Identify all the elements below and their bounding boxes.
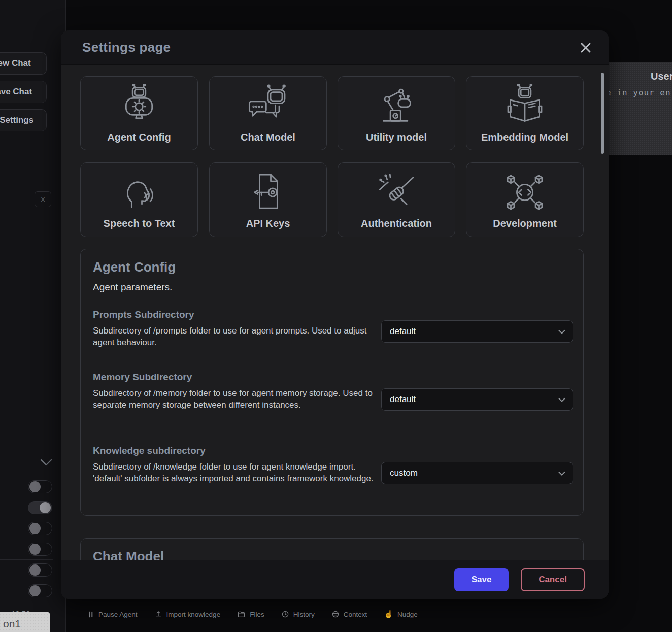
nav-card-embedding-model[interactable]: Embedding Model <box>466 76 584 150</box>
settings-label: Settings <box>0 115 33 125</box>
select-value: custom <box>390 468 418 478</box>
save-chat-label: Save Chat <box>0 87 32 97</box>
sidebar: New Chat Save Chat ⚙ Settings X 13:58 <box>0 0 66 632</box>
section-title: Agent Config <box>93 259 176 275</box>
divider <box>0 188 31 188</box>
toggle-knob <box>29 564 41 576</box>
chevron-down-icon <box>558 397 565 402</box>
field-label: Knowledge subdirectory <box>93 445 206 456</box>
divider <box>0 518 53 518</box>
context-icon <box>331 610 340 618</box>
toggle-switch[interactable] <box>28 584 52 597</box>
bottom-toolbar: Pause Agent Import knowledge Files Histo… <box>66 605 672 623</box>
app-screen: New Chat Save Chat ⚙ Settings X 13:58 Us… <box>0 0 672 632</box>
modal-title: Settings page <box>82 40 171 55</box>
robot-arm-icon <box>374 84 419 128</box>
divider <box>0 497 53 497</box>
message-text: e in your en <box>606 88 671 97</box>
divider <box>0 559 53 560</box>
scrollbar-thumb[interactable] <box>601 73 604 154</box>
toolbar-label: Import knowledge <box>166 611 221 618</box>
nav-card-development[interactable]: Development <box>466 162 584 237</box>
robot-chat-icon <box>246 84 290 128</box>
toggle-knob <box>29 585 41 596</box>
divider <box>0 581 53 581</box>
nav-card-label: Speech to Text <box>104 218 175 229</box>
save-chat-button[interactable]: Save Chat <box>0 81 47 103</box>
document-key-icon <box>246 170 290 215</box>
import-knowledge-button[interactable]: Import knowledge <box>154 610 221 618</box>
folder-icon <box>237 610 246 618</box>
section-title: Chat Model <box>93 549 164 560</box>
chevron-down-icon[interactable] <box>40 459 52 467</box>
knowledge-subdirectory-select[interactable]: custom <box>381 462 573 484</box>
new-chat-label: New Chat <box>0 58 31 69</box>
upload-icon <box>154 610 162 618</box>
pause-agent-button[interactable]: Pause Agent <box>87 611 138 618</box>
nav-card-agent-config[interactable]: Agent Config <box>80 76 198 150</box>
toolbar-label: Pause Agent <box>98 611 138 618</box>
field-label: Memory Subdirectory <box>93 372 192 383</box>
prompts-subdirectory-select[interactable]: default <box>381 320 573 343</box>
nav-card-api-keys[interactable]: API Keys <box>209 162 327 237</box>
nudge-button[interactable]: ☝ Nudge <box>384 610 418 619</box>
nav-card-authentication[interactable]: Authentication <box>338 162 455 237</box>
field-description: Subdirectory of /memory folder to use fo… <box>93 387 376 411</box>
modal-body: Agent Config Chat Model <box>61 65 609 560</box>
save-button[interactable]: Save <box>454 568 509 591</box>
nav-card-label: Agent Config <box>107 131 171 143</box>
toggle-switch[interactable] <box>28 543 52 556</box>
toggle-knob <box>29 481 41 492</box>
nav-card-label: Development <box>493 218 557 229</box>
nav-card-label: Authentication <box>361 218 432 229</box>
nav-card-label: Utility model <box>366 131 427 143</box>
field-description: Subdirectory of /prompts folder to use f… <box>93 325 376 348</box>
toggle-switch[interactable] <box>28 522 52 535</box>
nav-card-label: Chat Model <box>241 131 295 143</box>
field-description: Subdirectory of /knowledge folder to use… <box>93 461 376 484</box>
code-hub-icon <box>502 170 547 215</box>
clock-icon <box>281 610 289 618</box>
toggle-knob <box>29 544 41 555</box>
nav-card-chat-model[interactable]: Chat Model <box>209 76 327 150</box>
history-button[interactable]: History <box>281 610 315 618</box>
nav-card-speech-to-text[interactable]: Speech to Text <box>80 162 198 237</box>
message-author: User <box>651 71 672 82</box>
new-chat-button[interactable]: New Chat <box>0 52 47 75</box>
close-icon[interactable] <box>578 40 593 55</box>
toggle-switch[interactable] <box>28 480 52 493</box>
modal-header: Settings page <box>61 30 609 65</box>
face-speaking-icon <box>117 170 161 215</box>
robot-gear-icon <box>117 84 161 128</box>
robot-book-icon <box>502 84 547 128</box>
tooltip: on1 <box>0 612 50 632</box>
nav-card-label: API Keys <box>246 218 290 229</box>
settings-button[interactable]: ⚙ Settings <box>0 109 47 131</box>
toggle-switch[interactable] <box>28 563 52 577</box>
files-button[interactable]: Files <box>237 610 264 618</box>
context-button[interactable]: Context <box>331 610 367 618</box>
divider <box>0 539 53 539</box>
toolbar-label: Nudge <box>397 611 418 618</box>
toolbar-label: Files <box>250 611 264 618</box>
select-value: default <box>390 326 416 337</box>
pause-icon <box>87 611 94 618</box>
memory-subdirectory-select[interactable]: default <box>381 388 573 411</box>
cancel-button[interactable]: Cancel <box>521 568 585 591</box>
select-value: default <box>390 394 416 405</box>
settings-modal: Settings page Agent Config <box>61 30 609 599</box>
toggle-knob <box>29 523 41 534</box>
nav-card-utility-model[interactable]: Utility model <box>338 76 455 150</box>
handshake-icon <box>374 170 419 215</box>
toggle-switch[interactable] <box>28 501 52 514</box>
close-panel-button[interactable]: X <box>35 191 51 207</box>
field-label: Prompts Subdirectory <box>93 309 194 320</box>
section-subtitle: Agent parameters. <box>93 282 172 293</box>
section-chat-model: Chat Model <box>80 538 584 560</box>
section-agent-config: Agent Config Agent parameters. Prompts S… <box>80 249 584 516</box>
divider <box>0 602 53 602</box>
chevron-down-icon <box>558 329 565 334</box>
chevron-down-icon <box>558 471 565 476</box>
hand-point-icon: ☝ <box>384 610 393 619</box>
toggle-knob <box>40 502 51 513</box>
